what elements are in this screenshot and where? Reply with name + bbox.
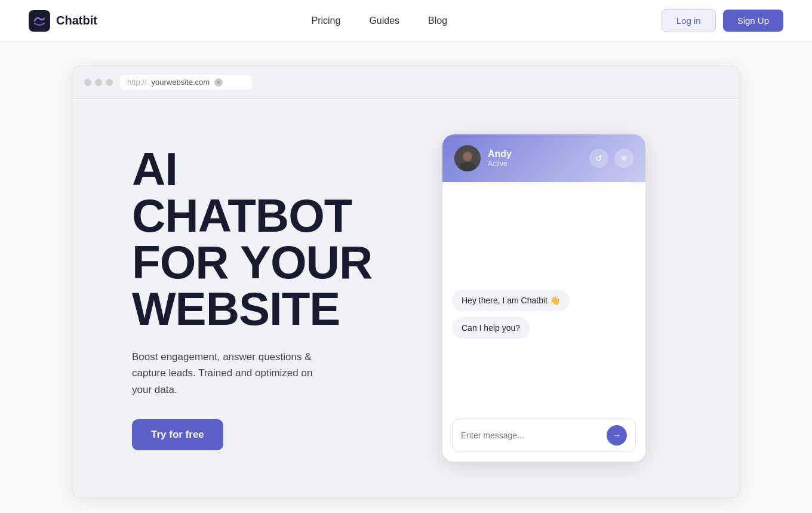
- nav-guides[interactable]: Guides: [369, 16, 399, 26]
- chat-header-actions: ↺ ✕: [589, 149, 633, 168]
- logo-text: Chatbit: [56, 14, 97, 27]
- navbar-actions: Log in Sign Up: [662, 9, 783, 32]
- hero-section: AI CHATBOT FOR YOUR WEBSITE Boost engage…: [132, 146, 395, 450]
- browser-mockup: http://yourwebsite.com ✕ AI CHATBOT FOR …: [72, 66, 740, 498]
- hero-title-line1: AI CHATBOT: [132, 143, 352, 242]
- chat-close-button[interactable]: ✕: [614, 149, 633, 168]
- navbar: Chatbit Pricing Guides Blog Log in Sign …: [0, 0, 812, 42]
- chat-agent-info: Andy Active: [488, 149, 582, 168]
- signup-button[interactable]: Sign Up: [723, 10, 783, 32]
- url-prefix: http://: [127, 78, 147, 87]
- dot-yellow: [95, 79, 102, 86]
- browser-bar: http://yourwebsite.com ✕: [72, 66, 740, 99]
- close-icon: ✕: [620, 153, 628, 163]
- chat-widget: Andy Active ↺ ✕ Hey: [442, 134, 645, 462]
- browser-address-bar[interactable]: http://yourwebsite.com ✕: [120, 75, 251, 90]
- hero-subtitle: Boost engagement, answer questions & cap…: [132, 349, 335, 398]
- close-tab-icon[interactable]: ✕: [214, 78, 223, 87]
- nav-pricing[interactable]: Pricing: [312, 16, 341, 26]
- chatbit-logo-icon: [29, 10, 50, 32]
- url-domain: yourwebsite.com: [152, 78, 210, 87]
- main-content: http://yourwebsite.com ✕ AI CHATBOT FOR …: [0, 42, 812, 513]
- chat-refresh-button[interactable]: ↺: [589, 149, 608, 168]
- chat-send-button[interactable]: →: [607, 425, 627, 446]
- chat-bubble-1: Hey there, I am Chatbit 👋: [452, 290, 570, 311]
- dot-green: [106, 79, 113, 86]
- svg-point-4: [463, 152, 472, 161]
- avatar: [454, 145, 481, 171]
- logo[interactable]: Chatbit: [29, 10, 97, 32]
- chat-bubble-2: Can I help you?: [452, 317, 530, 339]
- agent-avatar-image: [454, 145, 481, 171]
- login-button[interactable]: Log in: [662, 9, 716, 32]
- send-icon: →: [612, 430, 622, 441]
- chat-message-input[interactable]: [461, 431, 602, 440]
- try-free-button[interactable]: Try for free: [132, 419, 223, 450]
- chat-messages-area: Hey there, I am Chatbit 👋 Can I help you…: [452, 290, 636, 409]
- chat-messages: Hey there, I am Chatbit 👋 Can I help you…: [452, 290, 636, 339]
- chat-input-row[interactable]: →: [452, 419, 636, 452]
- browser-dots: [84, 79, 113, 86]
- chat-header: Andy Active ↺ ✕: [442, 134, 645, 182]
- chat-body: Hey there, I am Chatbit 👋 Can I help you…: [442, 182, 645, 462]
- refresh-icon: ↺: [595, 153, 602, 163]
- nav-blog[interactable]: Blog: [428, 16, 447, 26]
- navbar-links: Pricing Guides Blog: [312, 16, 448, 26]
- svg-rect-0: [29, 10, 50, 32]
- hero-title-line2: FOR YOUR: [132, 236, 372, 288]
- chat-agent-status: Active: [488, 159, 582, 168]
- browser-body: AI CHATBOT FOR YOUR WEBSITE Boost engage…: [72, 99, 740, 497]
- dot-red: [84, 79, 91, 86]
- hero-title: AI CHATBOT FOR YOUR WEBSITE: [132, 146, 395, 332]
- hero-title-line3: WEBSITE: [132, 282, 340, 335]
- chat-agent-name: Andy: [488, 149, 582, 159]
